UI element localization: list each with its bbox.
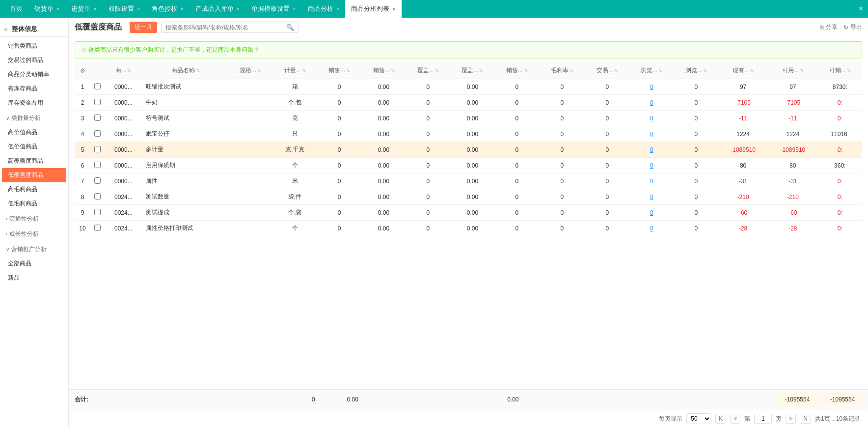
nav-product-analysis-list[interactable]: 商品分析列表 × bbox=[345, 0, 401, 18]
sidebar-item-traded-products[interactable]: 交易过的商品 bbox=[0, 53, 68, 67]
td-browse1[interactable]: 0 bbox=[629, 173, 674, 189]
nav-template[interactable]: 单据模板设置 × bbox=[245, 0, 301, 18]
td-browse1[interactable]: 0 bbox=[629, 95, 674, 111]
th-sales-amt[interactable]: 销售...⇅ bbox=[361, 62, 406, 79]
first-page-button[interactable]: K bbox=[715, 414, 726, 424]
sidebar-item-high-coverage[interactable]: 高覆盖度商品 bbox=[0, 154, 68, 168]
td-cov2: 0.00 bbox=[450, 158, 494, 173]
sidebar-group-growth-title[interactable]: › 成长性分析 bbox=[0, 227, 68, 241]
td-sellable: 0: bbox=[818, 205, 863, 221]
share-button[interactable]: ⎘ 分享 bbox=[820, 23, 838, 31]
nav-close-list[interactable]: × bbox=[392, 6, 395, 12]
td-checkbox[interactable] bbox=[90, 221, 104, 236]
nav-close-product-analysis[interactable]: × bbox=[336, 6, 339, 12]
td-browse1[interactable]: 0 bbox=[629, 205, 674, 221]
th-sales-rate[interactable]: 销售...⇅ bbox=[495, 62, 539, 79]
sidebar-collapse-button[interactable]: « bbox=[4, 25, 8, 33]
time-filter-button[interactable]: 近一月 bbox=[130, 22, 157, 33]
next-page-button[interactable]: > bbox=[786, 414, 796, 424]
search-box[interactable]: 🔍 bbox=[161, 22, 298, 33]
sidebar-item-stock-products[interactable]: 有库存商品 bbox=[0, 82, 68, 96]
td-checkbox[interactable] bbox=[90, 111, 104, 126]
sidebar-item-sales-products[interactable]: 销售类商品 bbox=[0, 39, 68, 53]
sidebar-item-low-coverage[interactable]: 低覆盖度商品 bbox=[2, 168, 66, 182]
td-checkbox[interactable] bbox=[90, 142, 104, 158]
sidebar-item-low-value[interactable]: 低价值商品 bbox=[0, 140, 68, 154]
th-sales-qty[interactable]: 销售...⇅ bbox=[317, 62, 361, 79]
th-sku-code[interactable]: 商...⇅ bbox=[104, 62, 143, 79]
td-browse1[interactable]: 0 bbox=[629, 126, 674, 142]
sidebar-item-high-margin[interactable]: 高毛利商品 bbox=[0, 182, 68, 197]
th-available-qty[interactable]: 可用...⇅ bbox=[768, 62, 817, 79]
td-checkbox[interactable] bbox=[90, 95, 104, 111]
th-sellable[interactable]: 可销...⇅ bbox=[818, 62, 863, 79]
td-checkbox[interactable] bbox=[90, 205, 104, 221]
td-browse1[interactable]: 0 bbox=[629, 221, 674, 236]
nav-home[interactable]: 首页 bbox=[4, 0, 28, 18]
td-checkbox[interactable] bbox=[90, 79, 104, 95]
nav-product-analysis[interactable]: 商品分析 × bbox=[302, 0, 345, 18]
th-settings[interactable]: ⚙ bbox=[75, 62, 90, 79]
window-close-button[interactable]: × bbox=[859, 4, 863, 13]
th-coverage2[interactable]: 覆盖...⇅ bbox=[450, 62, 494, 79]
sidebar-item-high-value[interactable]: 高价值商品 bbox=[0, 125, 68, 140]
td-name: 属性 bbox=[143, 173, 228, 189]
sidebar-item-category-rate[interactable]: 商品分类动销率 bbox=[0, 67, 68, 82]
sidebar-item-all-products[interactable]: 全部商品 bbox=[0, 257, 68, 271]
td-browse1[interactable]: 0 bbox=[629, 79, 674, 95]
sidebar-item-capital[interactable]: 库存资金占用 bbox=[0, 96, 68, 110]
sidebar-item-new-products[interactable]: 新品 bbox=[0, 271, 68, 285]
last-page-button[interactable]: N bbox=[800, 414, 811, 424]
nav-sales-order[interactable]: 销货单 × bbox=[28, 0, 65, 18]
nav-role-auth[interactable]: 角色授权 × bbox=[146, 0, 189, 18]
td-sales-qty: 0 bbox=[317, 142, 361, 158]
td-trade: 0 bbox=[585, 79, 629, 95]
td-checkbox[interactable] bbox=[90, 189, 104, 205]
td-sales-r: 0 bbox=[495, 173, 539, 189]
page-number-input[interactable] bbox=[754, 414, 772, 424]
td-checkbox[interactable] bbox=[90, 158, 104, 173]
footer-sales-qty-total: 0 bbox=[298, 396, 328, 403]
nav-close-template[interactable]: × bbox=[293, 6, 296, 12]
sidebar-group-cluster-title[interactable]: ∨ 类群量分析 bbox=[0, 111, 68, 125]
td-browse1[interactable]: 0 bbox=[629, 142, 674, 158]
th-current-qty[interactable]: 现有...⇅ bbox=[718, 62, 768, 79]
th-gross-rate[interactable]: 毛利率⇅ bbox=[539, 62, 585, 79]
export-button[interactable]: ↻ 导出 bbox=[843, 23, 862, 31]
td-browse1[interactable]: 0 bbox=[629, 189, 674, 205]
prev-page-button[interactable]: < bbox=[730, 414, 740, 424]
td-browse1[interactable]: 0 bbox=[629, 111, 674, 126]
page-unit: 页 bbox=[776, 415, 782, 423]
th-name[interactable]: 商品名称⇅ bbox=[143, 62, 228, 79]
nav-close-sales[interactable]: × bbox=[56, 6, 59, 12]
nav-production[interactable]: 产成品入库单 × bbox=[190, 0, 245, 18]
td-checkbox[interactable] bbox=[90, 126, 104, 142]
nav-permissions[interactable]: 权限设置 × bbox=[103, 0, 146, 18]
th-browse2[interactable]: 浏览...⇅ bbox=[674, 62, 718, 79]
th-trade[interactable]: 交易...⇅ bbox=[585, 62, 629, 79]
nav-close-purchase[interactable]: × bbox=[93, 6, 96, 12]
nav-close-role[interactable]: × bbox=[180, 6, 183, 12]
td-spec bbox=[228, 173, 272, 189]
th-unit[interactable]: 计量...⇅ bbox=[272, 62, 317, 79]
td-sales-qty: 0 bbox=[317, 173, 361, 189]
table-row: 1 0000... 旺铺批次测试 箱 0 0.00 0 0.00 0 0 0 0… bbox=[75, 79, 862, 95]
table-row: 6 0000... 启用保质期 个 0 0.00 0 0.00 0 0 0 0 … bbox=[75, 158, 862, 173]
nav-close-production[interactable]: × bbox=[237, 6, 240, 12]
td-checkbox[interactable] bbox=[90, 173, 104, 189]
th-spec[interactable]: 规格...⇅ bbox=[228, 62, 272, 79]
search-input[interactable] bbox=[165, 24, 286, 31]
td-sales-r: 0 bbox=[495, 142, 539, 158]
table-footer: 合计: 0 0.00 0.00 -1095554 -1095554 bbox=[69, 389, 868, 409]
sidebar-group-circulation-title[interactable]: › 流通性分析 bbox=[0, 212, 68, 226]
td-sellable: 11016: bbox=[818, 126, 863, 142]
th-coverage1[interactable]: 覆盖...⇅ bbox=[406, 62, 450, 79]
td-browse1[interactable]: 0 bbox=[629, 158, 674, 173]
sidebar-group-marketing-title[interactable]: ∨ 营销推广分析 bbox=[0, 242, 68, 257]
page-size-select[interactable]: 50 20 100 bbox=[686, 413, 711, 424]
th-browse1[interactable]: 浏览...⇅ bbox=[629, 62, 674, 79]
nav-purchase[interactable]: 进货单 × bbox=[65, 0, 102, 18]
td-cov2: 0.00 bbox=[450, 142, 494, 158]
nav-close-permissions[interactable]: × bbox=[137, 6, 140, 12]
sidebar-item-low-margin[interactable]: 低毛利商品 bbox=[0, 197, 68, 211]
